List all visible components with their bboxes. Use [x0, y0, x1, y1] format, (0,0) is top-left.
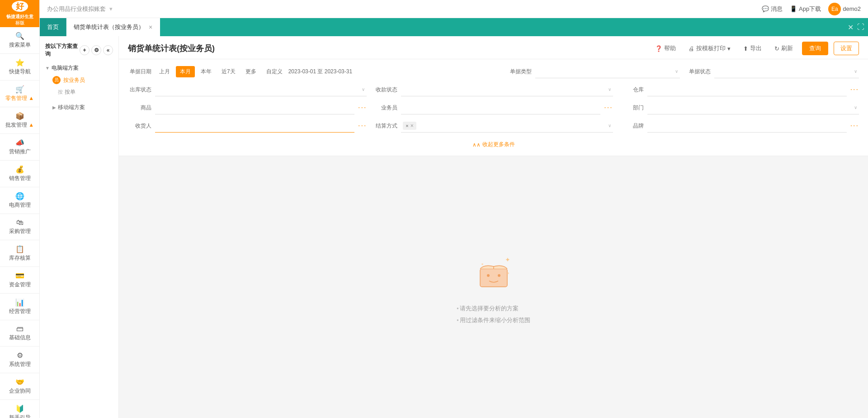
- newbie-icon: 🔰: [2, 404, 38, 413]
- export-btn[interactable]: ⬆ 导出: [740, 43, 765, 54]
- sidebar-item-purchase-label: 采购管理: [9, 228, 31, 234]
- operations-icon: 📊: [2, 298, 38, 307]
- left-panel: 按以下方案查询 + ⚙ « ▼ 电脑端方案: [40, 36, 119, 418]
- app-subtitle: 标版: [15, 20, 24, 26]
- consignee-picker-btn[interactable]: ···: [358, 122, 367, 130]
- settings-icon: ⚙: [94, 47, 99, 53]
- basic-info-icon: 🗃: [2, 325, 38, 333]
- sidebar-item-operations[interactable]: 📊 经营管理: [0, 294, 39, 320]
- sidebar-item-finance[interactable]: 💳 资金管理: [0, 267, 39, 294]
- doc-type-dropdown-icon: ∨: [675, 69, 678, 74]
- breadcrumb-dropdown-icon[interactable]: ▾: [109, 5, 113, 12]
- receipt-status-select[interactable]: ∨: [401, 83, 613, 96]
- sidebar-item-search-label: 搜索菜单: [9, 42, 31, 48]
- tab-report[interactable]: 销货单统计表（按业务员） ×: [66, 18, 160, 36]
- filter-area: 单据日期 上月 本月 本年 近7天: [119, 59, 868, 156]
- right-content: 销货单统计表(按业务员) ❓ 帮助 🖨 按模板打印 ▾ ⬆ 导出: [119, 36, 868, 418]
- sidebar-item-purchase[interactable]: 🛍 采购管理: [0, 214, 39, 240]
- date-btn-this-month[interactable]: 本月: [176, 66, 195, 77]
- doc-status-select[interactable]: ∨: [714, 65, 859, 78]
- sidebar-item-system-label: 系统管理: [9, 361, 31, 367]
- payment-method-dropdown-icon: ∨: [608, 123, 611, 128]
- user-profile[interactable]: Ea demo2: [828, 3, 861, 15]
- tab-maximize-btn[interactable]: ⛶: [857, 23, 864, 31]
- add-scheme-btn[interactable]: +: [80, 45, 90, 55]
- collapse-more-conditions-btn[interactable]: ∧∧ 收起更多条件: [472, 139, 515, 150]
- sidebar-item-inventory[interactable]: 📋 库存核算: [0, 240, 39, 267]
- dept-select[interactable]: ∨: [647, 101, 859, 114]
- sidebar-item-ecommerce[interactable]: 🌐 电商管理: [0, 187, 39, 214]
- page-header: 销货单统计表(按业务员) ❓ 帮助 🖨 按模板打印 ▾ ⬆ 导出: [119, 36, 868, 59]
- scheme-item-by-salesperson[interactable]: 员 按业务员: [40, 74, 118, 86]
- settings-label: 设置: [840, 44, 852, 52]
- tab-close-icon[interactable]: ×: [149, 24, 152, 31]
- date-btn-last-7-days[interactable]: 近7天: [217, 66, 240, 77]
- payment-method-badge: × ×: [403, 122, 416, 130]
- data-area: ✦ 请先选择要分析的方案 用过滤条件来缩小分析范围: [119, 156, 868, 418]
- filter-warehouse: 仓库 ···: [620, 83, 859, 96]
- app-download-button[interactable]: 📱 App下载: [790, 5, 821, 13]
- system-icon: ⚙: [2, 351, 38, 360]
- refresh-btn[interactable]: ↻ 刷新: [771, 43, 797, 54]
- svg-point-2: [487, 274, 490, 277]
- edit-scheme-btn[interactable]: ⚙: [91, 45, 101, 55]
- doc-type-select[interactable]: ∨: [535, 65, 680, 78]
- sidebar-item-marketing[interactable]: 📣 营销推广: [0, 134, 39, 161]
- tab-home[interactable]: 首页: [40, 18, 66, 36]
- date-btn-more[interactable]: 更多: [241, 66, 260, 77]
- tab-close-window-btn[interactable]: ✕: [848, 23, 854, 32]
- query-btn[interactable]: 查询: [802, 42, 828, 55]
- date-btn-last-month[interactable]: 上月: [155, 66, 174, 77]
- svg-point-6: [507, 272, 509, 274]
- sidebar-item-newbie[interactable]: 🔰 新手引导: [0, 400, 39, 418]
- out-status-select[interactable]: ∨: [155, 83, 367, 96]
- salesperson-picker-btn[interactable]: ···: [604, 104, 613, 112]
- scheme-group-mobile-title[interactable]: ▶ 移动端方案: [40, 101, 118, 114]
- help-label: 帮助: [664, 44, 676, 52]
- sidebar-item-sales[interactable]: 💰 销售管理: [0, 161, 39, 187]
- sidebar-item-system[interactable]: ⚙ 系统管理: [0, 347, 39, 373]
- sidebar-item-enterprise[interactable]: 🤝 企业协同: [0, 373, 39, 400]
- warehouse-input[interactable]: [647, 83, 847, 96]
- payment-method-label: 结算方式: [374, 122, 397, 130]
- doc-status-label: 单据状态: [687, 68, 711, 76]
- scheme-group-desktop-title[interactable]: ▼ 电脑端方案: [40, 62, 118, 74]
- help-btn[interactable]: ❓ 帮助: [651, 43, 679, 54]
- salesperson-input[interactable]: [401, 101, 600, 114]
- goods-input[interactable]: [155, 101, 354, 114]
- sidebar-item-search[interactable]: 🔍 搜索菜单: [0, 27, 39, 54]
- sidebar-item-retail[interactable]: 🛒 零售管理 ▲: [0, 81, 39, 107]
- content-area: 按以下方案查询 + ⚙ « ▼ 电脑端方案: [40, 36, 868, 418]
- sidebar-item-basic-info[interactable]: 🗃 基础信息: [0, 320, 39, 347]
- brand-picker-btn[interactable]: ···: [850, 122, 859, 130]
- retail-icon: 🛒: [2, 85, 38, 94]
- scheme-order-icon: 按: [58, 89, 63, 95]
- message-button[interactable]: 💬 消息: [762, 5, 783, 13]
- sidebar-item-wholesale[interactable]: 📦 批发管理 ▲: [0, 107, 39, 134]
- sidebar-item-operations-label: 经营管理: [9, 308, 31, 314]
- tabbar: 首页 销货单统计表（按业务员） × ✕ ⛶: [40, 18, 868, 36]
- scheme-item-by-salesperson-label: 按业务员: [63, 76, 85, 84]
- filter-doc-type: 单据类型 ∨: [508, 65, 680, 78]
- scheme-item-by-order[interactable]: 按 按单: [40, 86, 118, 98]
- sidebar-item-quick-nav[interactable]: ⭐ 快捷导航: [0, 54, 39, 81]
- settings-btn[interactable]: 设置: [834, 42, 859, 55]
- page-title: 销货单统计表(按业务员): [128, 43, 215, 54]
- warehouse-picker-btn[interactable]: ···: [850, 86, 859, 94]
- brand-input[interactable]: [647, 119, 847, 133]
- collapse-panel-btn[interactable]: «: [103, 45, 113, 55]
- payment-method-clear-btn[interactable]: ×: [410, 123, 414, 129]
- print-label: 按模板打印: [696, 44, 726, 52]
- print-btn[interactable]: 🖨 按模板打印 ▾: [685, 43, 734, 54]
- date-btn-custom[interactable]: 自定义: [262, 66, 287, 77]
- consignee-input[interactable]: [155, 119, 354, 133]
- date-btn-this-year[interactable]: 本年: [197, 66, 216, 77]
- filter-row-3: 商品 ··· 业务员 ··· 部门 ∨: [128, 101, 859, 114]
- payment-method-select[interactable]: × × ∨: [401, 119, 613, 133]
- collapse-label: 收起更多条件: [482, 141, 515, 148]
- breadcrumb: 办公用品行业模拟账套: [47, 5, 106, 13]
- panel-actions: + ⚙ «: [80, 45, 113, 55]
- goods-picker-btn[interactable]: ···: [358, 104, 367, 112]
- query-label: 查询: [809, 44, 821, 52]
- collapse-left-icon: «: [107, 47, 110, 53]
